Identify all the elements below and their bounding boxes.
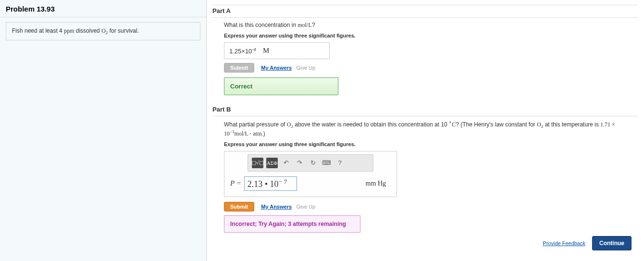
my-answers-link[interactable]: My Answers [261, 204, 292, 210]
text: ? [312, 22, 315, 28]
greek-tool-icon[interactable]: ΑΣΦ [266, 158, 278, 168]
equation-label: P = [230, 179, 241, 187]
part-a-instruction: Express your answer using three signific… [224, 33, 638, 38]
give-up-link[interactable]: Give Up [296, 65, 315, 71]
part-b-question: What partial pressure of O2 above the wa… [224, 120, 638, 137]
text: for survival. [108, 27, 139, 34]
right-panel: Part A What is this concentration in mol… [207, 0, 644, 261]
part-a-question: What is this concentration in mol/L? [224, 22, 638, 29]
unit: mol/L ⋅ atm [235, 130, 262, 137]
text: What is this concentration in [224, 22, 297, 28]
incorrect-feedback: Incorrect; Try Again; 3 attempts remaini… [224, 215, 360, 233]
unit: mol/L [297, 22, 311, 28]
part-a-answer-box: 1.25×10-4 M [224, 42, 330, 59]
text: at this temperature is [543, 121, 600, 128]
equation-editor: ▢√▢ ΑΣΦ ↶ ↷ ↻ ⌨ ? P = 2.13 • 10− 7 mm Hg [224, 151, 397, 197]
text: What partial pressure of [224, 121, 287, 128]
left-panel: Problem 13.93 Fish need at least 4 ppm d… [0, 0, 207, 261]
submit-button[interactable]: Submit [224, 202, 254, 211]
text: ? (The Henry's law constant for [456, 121, 537, 128]
text: Fish need at least 4 [12, 27, 64, 34]
o2: O [537, 121, 541, 128]
my-answers-link[interactable]: My Answers [261, 65, 292, 71]
submit-button-disabled: Submit [224, 63, 254, 73]
part-b-header: Part B [212, 106, 638, 116]
text: dissolved [74, 27, 101, 34]
part-b-instruction: Express your answer using three signific… [224, 141, 638, 147]
continue-button[interactable]: Continue [592, 236, 632, 250]
redo-icon[interactable]: ↷ [294, 158, 305, 168]
reset-icon[interactable]: ↻ [308, 158, 318, 168]
fraction-tool-icon[interactable]: ▢√▢ [252, 158, 263, 168]
correct-feedback: Correct [224, 77, 338, 95]
text: above the water is needed to obtain this… [293, 121, 449, 128]
provide-feedback-link[interactable]: Provide Feedback [543, 240, 585, 246]
o2-symbol: O [101, 27, 106, 34]
text: .) [261, 130, 265, 137]
give-up-link[interactable]: Give Up [296, 204, 315, 210]
keyboard-icon[interactable]: ⌨ [321, 158, 332, 168]
part-a-header: Part A [212, 5, 638, 18]
equation-toolbar: ▢√▢ ΑΣΦ ↶ ↷ ↻ ⌨ ? [248, 154, 373, 172]
unit-ppm: ppm [64, 27, 74, 34]
problem-title: Problem 13.93 [0, 5, 206, 17]
equation-input[interactable]: 2.13 • 10− 7 [244, 176, 297, 191]
answer-value: 1.25×10-4 [229, 47, 256, 55]
equation-unit: mm Hg [366, 180, 391, 187]
answer-unit: M [263, 47, 269, 55]
problem-statement: Fish need at least 4 ppm dissolved O2 fo… [6, 22, 200, 40]
c: C [452, 121, 456, 128]
exp: −3 [230, 129, 235, 134]
undo-icon[interactable]: ↶ [281, 158, 291, 168]
help-icon[interactable]: ? [334, 158, 345, 168]
